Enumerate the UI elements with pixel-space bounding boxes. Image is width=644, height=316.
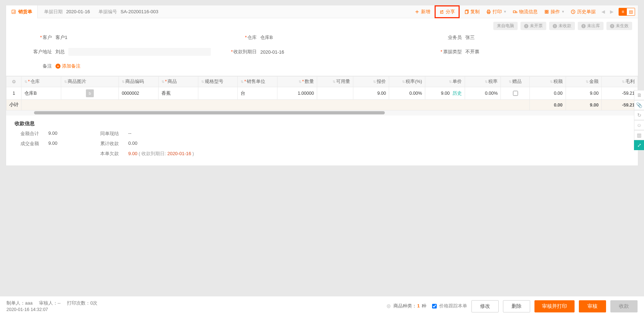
gear-icon[interactable]: ⚙ [12, 79, 16, 84]
share-highlight-box: 分享 [435, 5, 460, 18]
rail-refresh-button[interactable]: ↻ [634, 110, 644, 120]
info-icon: ! [524, 24, 528, 28]
gift-checkbox[interactable] [513, 91, 518, 96]
chevron-down-icon: ▾ [504, 9, 506, 14]
rail-user-button[interactable]: ☺ [634, 120, 644, 130]
table-subtotal-row: 小计 0.00 9.00 -59.21 [6, 100, 638, 110]
price-history-link[interactable]: 历史 [452, 91, 462, 96]
copy-button[interactable]: 复制 [462, 7, 482, 16]
info-icon: ! [553, 24, 557, 28]
add-button[interactable]: 新增 [412, 7, 432, 16]
plus-icon [415, 9, 420, 14]
add-remark-button[interactable]: 添加备注 [55, 63, 81, 69]
field-address: 客户地址 刘总 [23, 48, 211, 56]
footer-meta: 制单人：aaa 审核人：-- 打印次数：0次 2020-01-16 14:32:… [6, 300, 97, 312]
audit-button[interactable]: 审核 [579, 300, 606, 312]
payment-owe: 本单欠款 9.00 ( 收款到期日: 2020-01-16 ) [100, 150, 194, 157]
payment-deal: 成交金额9.00 [20, 140, 57, 147]
table-horizontal-scrollbar[interactable] [6, 110, 638, 115]
svg-rect-4 [488, 12, 489, 14]
svg-rect-5 [513, 11, 515, 13]
image-placeholder-icon: b [86, 89, 94, 97]
footer-variety: ◎ 商品种类：1 种 [387, 303, 426, 309]
field-due: *收款到期日 2020-01-16 [228, 48, 416, 56]
logistics-button[interactable]: 物流信息 [510, 7, 540, 16]
rail-barcode-button[interactable]: ▥ [634, 130, 644, 140]
svg-rect-3 [488, 10, 489, 11]
view-toggle[interactable]: ≡ ▤ [619, 8, 635, 16]
svg-rect-7 [547, 10, 548, 11]
next-doc-button[interactable]: ▶ [609, 9, 615, 14]
doc-no: 单据编号 SA-20200116-003 [98, 9, 158, 15]
print-button[interactable]: 打印 ▾ [484, 7, 508, 16]
cart-icon: ◎ [387, 303, 391, 308]
tab-title: 销货单 [18, 9, 32, 15]
payment-total: 金额合计9.00 [20, 130, 57, 137]
chip-uncollected: !未收款 [549, 22, 575, 30]
svg-rect-8 [545, 12, 547, 13]
table-header-row: ⚙ ⇅*仓库 ⇅商品图片 ⇅商品编码 ⇅*商品 ⇅规格型号 ⇅*销售单位 ⇅*数… [6, 76, 638, 87]
print-icon [486, 9, 491, 14]
audit-print-button[interactable]: 审核并打印 [534, 300, 575, 312]
chevron-down-icon: ▾ [562, 9, 564, 14]
delete-button[interactable]: 删除 [503, 300, 530, 312]
field-warehouse: *仓库 仓库B [228, 34, 416, 41]
chip-unactive: !未生效 [606, 22, 632, 30]
truck-icon [513, 9, 518, 14]
info-icon: ! [610, 24, 614, 28]
tab-sales-order[interactable]: 销货单 [6, 5, 38, 18]
list-view-icon[interactable]: ≡ [619, 8, 627, 15]
edit-button[interactable]: 修改 [471, 300, 499, 312]
share-icon [439, 9, 444, 14]
svg-rect-1 [465, 10, 468, 14]
rail-note-button[interactable]: 🗎 [634, 90, 644, 100]
copy-icon [464, 9, 469, 14]
field-salesman: 业务员 张三 [433, 34, 621, 41]
doc-date: 单据日期 2020-01-16 [44, 9, 90, 15]
detail-view-icon[interactable]: ▤ [627, 8, 635, 15]
payment-section-title: 收款信息 [6, 115, 638, 129]
prev-doc-button[interactable]: ◀ [600, 9, 606, 14]
table-row[interactable]: 1 仓库B b 0000002 香蕉 台 1.00000 9.00 0.00% … [6, 87, 638, 100]
payment-cum: 累计收款0.00 [100, 140, 194, 147]
grid-icon [544, 9, 549, 14]
share-button[interactable]: 分享 [437, 7, 457, 16]
follow-order-checkbox[interactable]: 价格跟踪本单 [431, 303, 467, 310]
field-customer: *客户 客户1 [23, 34, 211, 41]
chip-uninvoiced: !未开票 [520, 22, 546, 30]
field-invoice-type: *票据类型 不开票 [433, 48, 621, 56]
rail-attach-button[interactable]: 📎 [634, 100, 644, 110]
rail-expand-button[interactable]: ⤢ [634, 140, 644, 150]
chip-unout: !未出库 [578, 22, 604, 30]
field-remark: 备注 添加备注 [23, 63, 211, 69]
operations-button[interactable]: 操作 ▾ [542, 7, 566, 16]
svg-rect-6 [545, 10, 547, 11]
chip-from-pc: 来自电脑 [493, 22, 518, 30]
info-icon: ! [581, 24, 586, 28]
payment-same-order: 同单现结-- [100, 130, 194, 137]
history-button[interactable]: 历史单据 [568, 7, 598, 16]
svg-rect-9 [547, 12, 548, 13]
history-icon [571, 9, 576, 14]
chart-icon [11, 9, 16, 14]
collect-button[interactable]: 收款 [610, 300, 638, 312]
